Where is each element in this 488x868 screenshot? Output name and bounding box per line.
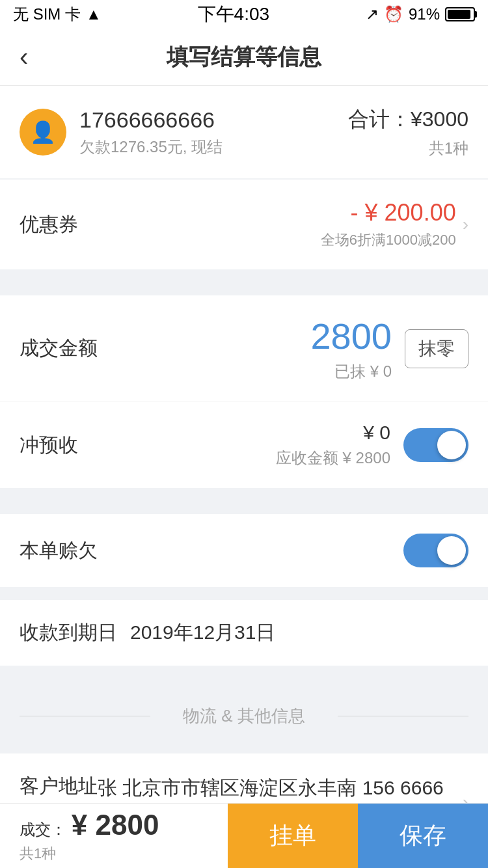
total-count: 共1种 — [348, 138, 468, 159]
user-phone: 17666666666 — [79, 107, 223, 133]
wifi-icon: ▲ — [86, 5, 102, 23]
save-button[interactable]: 保存 — [358, 804, 488, 869]
credit-row: 本单赊欠 — [0, 514, 488, 587]
avatar: 👤 — [20, 109, 66, 156]
due-date-value: 2019年12月31日 — [130, 619, 275, 646]
section-divider-1 — [0, 282, 488, 295]
advance-toggle[interactable] — [403, 428, 468, 462]
bottom-bar: 成交： ¥ 2800 共1种 挂单 保存 — [0, 803, 488, 868]
user-left: 👤 17666666666 欠款1276.35元, 现结 — [20, 107, 223, 157]
total-amount: 合计：¥3000 — [348, 105, 468, 134]
round-down-button[interactable]: 抹零 — [405, 329, 468, 368]
coupon-row[interactable]: 优惠券 - ¥ 200.00 全场6折满1000减200 › — [0, 180, 488, 269]
coupon-amount: - ¥ 200.00 — [351, 199, 456, 226]
carrier-label: 无 SIM 卡 — [13, 4, 81, 25]
deal-amount-label: 成交金额 — [20, 335, 98, 362]
nav-bar: ‹ 填写结算等信息 — [0, 29, 488, 86]
advance-amount-col: ¥ 0 应收金额 ¥ 2800 — [276, 422, 390, 468]
bottom-deal-row: 成交： ¥ 2800 — [20, 809, 208, 841]
credit-toggle[interactable] — [403, 534, 468, 567]
logistics-divider: 物流 & 其他信息 — [0, 692, 488, 740]
user-card: 👤 17666666666 欠款1276.35元, 现结 合计：¥3000 共1… — [0, 86, 488, 178]
due-date-row: 收款到期日 2019年12月31日 — [0, 600, 488, 666]
bottom-count: 共1种 — [20, 844, 208, 863]
coupon-right: - ¥ 200.00 全场6折满1000减200 — [321, 199, 456, 250]
status-right: ↗ ⏰ 91% — [366, 5, 475, 23]
user-info: 17666666666 欠款1276.35元, 现结 — [79, 107, 223, 157]
battery-fill — [448, 10, 470, 19]
address-label: 客户地址 — [20, 773, 98, 800]
form-section: 成交金额 2800 已抹 ¥ 0 抹零 冲预收 ¥ 0 应收金额 ¥ 2800 — [0, 295, 488, 488]
advance-amount-value: ¥ 0 — [363, 422, 390, 444]
coupon-label: 优惠券 — [20, 211, 78, 238]
status-bar: 无 SIM 卡 ▲ 下午4:03 ↗ ⏰ 91% — [0, 0, 488, 29]
due-date-label: 收款到期日 — [20, 619, 117, 646]
status-time: 下午4:03 — [198, 2, 270, 27]
deal-amount-value: 2800 — [310, 315, 392, 357]
divider-line-right — [338, 716, 468, 716]
logistics-label: 物流 & 其他信息 — [183, 705, 305, 727]
advance-toggle-knob — [437, 431, 466, 459]
advance-row: 冲预收 ¥ 0 应收金额 ¥ 2800 — [0, 402, 488, 488]
deal-zero-label: 已抹 ¥ 0 — [334, 361, 392, 382]
page-title: 填写结算等信息 — [167, 42, 321, 72]
coupon-chevron-icon: › — [463, 214, 468, 235]
coupon-desc: 全场6折满1000减200 — [321, 230, 456, 250]
divider-line-left — [20, 716, 150, 716]
user-debt: 欠款1276.35元, 现结 — [79, 137, 223, 157]
deal-amount-row: 成交金额 2800 已抹 ¥ 0 抹零 — [0, 295, 488, 402]
user-total: 合计：¥3000 共1种 — [348, 105, 468, 159]
alarm-icon: ⏰ — [384, 5, 403, 23]
bottom-deal-amount: ¥ 2800 — [72, 809, 159, 841]
section-divider-4 — [0, 740, 488, 753]
credit-label: 本单赊欠 — [20, 537, 98, 564]
advance-label: 冲预收 — [20, 432, 78, 459]
bottom-deal-label: 成交： — [20, 821, 66, 838]
battery-indicator — [445, 7, 475, 21]
content-area: 👤 17666666666 欠款1276.35元, 现结 合计：¥3000 共1… — [0, 86, 488, 868]
credit-toggle-knob — [437, 536, 466, 565]
location-icon: ↗ — [366, 5, 379, 23]
hang-order-button[interactable]: 挂单 — [228, 804, 358, 869]
deal-right: 2800 已抹 ¥ 0 抹零 — [310, 315, 468, 382]
advance-receivable: 应收金额 ¥ 2800 — [276, 448, 390, 468]
status-left: 无 SIM 卡 ▲ — [13, 4, 102, 25]
deal-amount-col: 2800 已抹 ¥ 0 — [310, 315, 392, 382]
back-button[interactable]: ‹ — [20, 42, 59, 72]
battery-percent: 91% — [409, 5, 440, 23]
section-divider-3 — [0, 679, 488, 692]
advance-right: ¥ 0 应收金额 ¥ 2800 — [276, 422, 468, 468]
avatar-icon: 👤 — [30, 120, 56, 144]
bottom-summary: 成交： ¥ 2800 共1种 — [0, 809, 228, 863]
section-divider-2 — [0, 501, 488, 514]
